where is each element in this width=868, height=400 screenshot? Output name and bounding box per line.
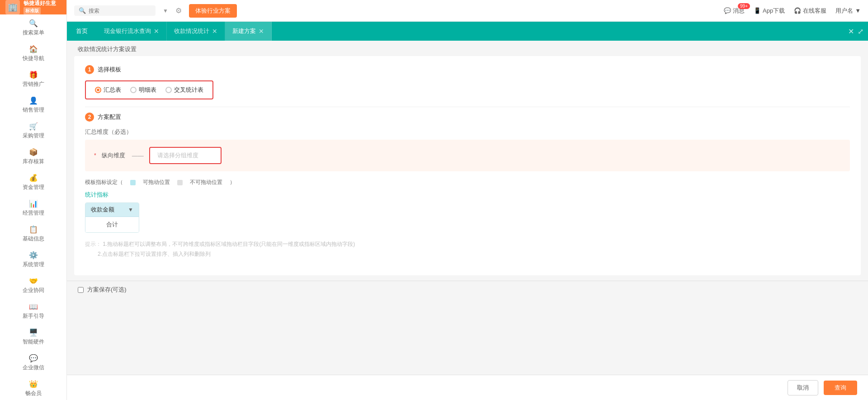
step1-section: 1 选择模板 汇总表 明细表 xyxy=(85,65,850,99)
logo-text: 畅捷通好生意 xyxy=(24,0,56,6)
tab-bank-flow[interactable]: 现金银行流水查询 ✕ xyxy=(97,22,167,41)
sidebar-item-label: 企业协同 xyxy=(23,287,44,294)
user-name: 用户名 xyxy=(835,7,853,15)
sidebar-item-marketing[interactable]: 🎁 营销推广 xyxy=(0,66,66,92)
expand-icon[interactable]: ⤢ xyxy=(858,27,863,36)
tab-home-label: 首页 xyxy=(76,27,88,35)
dim-arrow: —— xyxy=(132,152,144,159)
tab-home[interactable]: 首页 xyxy=(67,22,97,41)
tab-new-plan-label: 新建方案 xyxy=(232,27,256,35)
sidebar-item-cooperation[interactable]: 🤝 企业协同 xyxy=(0,272,66,298)
fixed-legend-dot xyxy=(177,180,183,185)
nav-tabs: 首页 现金银行流水查询 ✕ 收款情况统计 ✕ 新建方案 ✕ ✕ ⤢ xyxy=(67,22,868,41)
sidebar-item-label: 新手引导 xyxy=(23,312,44,320)
metrics-cell: 合计 xyxy=(85,217,139,232)
message-icon: 💬 xyxy=(724,7,731,14)
sidebar-item-label: 畅会员 xyxy=(25,390,42,397)
download-label: App下载 xyxy=(763,7,785,15)
sidebar-item-search-menu[interactable]: 🔍 搜索菜单 xyxy=(0,14,66,40)
cooperation-icon: 🤝 xyxy=(29,277,38,285)
sidebar-item-purchase[interactable]: 🛒 采购管理 xyxy=(0,118,66,143)
draggable-legend-dot xyxy=(130,180,136,185)
download-icon: 📱 xyxy=(754,7,761,14)
message-item[interactable]: 💬 消息 99+ xyxy=(724,7,745,15)
dimension-area: * 纵向维度 —— 请选择分组维度 xyxy=(85,140,850,171)
sidebar-item-label: 采购管理 xyxy=(23,132,44,140)
user-caret-icon: ▼ xyxy=(855,7,861,14)
sidebar-item-label: 搜索菜单 xyxy=(23,29,44,37)
sidebar-item-member[interactable]: 👑 畅会员 xyxy=(0,375,66,400)
sidebar-logo: 🏢 畅捷通好生意 标准版 xyxy=(0,0,66,14)
sidebar-item-label: 基础信息 xyxy=(23,235,44,243)
message-badge: 99+ xyxy=(738,3,750,9)
metrics-settings-label: 模板指标设定（ xyxy=(85,179,123,186)
sidebar-item-label: 快捷导航 xyxy=(23,55,44,62)
purchase-icon: 🛒 xyxy=(29,122,38,131)
template-select-box: 汇总表 明细表 交叉统计表 xyxy=(85,80,213,99)
dim-label: 纵向维度 xyxy=(102,151,127,160)
service-icon: 🎧 xyxy=(794,7,801,14)
search-icon: 🔍 xyxy=(79,7,86,14)
settings-card: 1 选择模板 汇总表 明细表 xyxy=(74,56,861,275)
search-input[interactable] xyxy=(89,8,143,14)
step1-header: 1 选择模板 xyxy=(85,65,850,74)
sidebar-item-wechat[interactable]: 💬 企业微信 xyxy=(0,349,66,375)
dim-input-box[interactable]: 请选择分组维度 xyxy=(149,147,222,164)
radio-cross[interactable]: 交叉统计表 xyxy=(165,86,203,94)
page-title: 收款情况统计方案设置 xyxy=(78,46,137,52)
trial-btn[interactable]: 体验行业方案 xyxy=(189,4,237,18)
step2-num: 2 xyxy=(85,113,94,122)
user-name-item[interactable]: 用户名 ▼ xyxy=(835,7,861,15)
cancel-button[interactable]: 取消 xyxy=(788,380,818,395)
gift-icon: 🎁 xyxy=(29,71,38,79)
service-label: 在线客服 xyxy=(803,7,826,15)
home-icon: 🏠 xyxy=(29,45,38,53)
gear-icon[interactable]: ⚙ xyxy=(175,6,182,15)
tab-new-plan[interactable]: 新建方案 ✕ xyxy=(225,22,272,41)
radio-summary-circle xyxy=(95,87,101,93)
sidebar-item-finance[interactable]: 💰 资金管理 xyxy=(0,169,66,195)
close-window-icon[interactable]: ✕ xyxy=(848,27,854,36)
metrics-header-label: 收款金额 xyxy=(91,206,114,214)
service-item[interactable]: 🎧 在线客服 xyxy=(794,7,826,15)
tab-receipt-stats[interactable]: 收款情况统计 ✕ xyxy=(167,22,225,41)
sidebar-item-label: 库存核算 xyxy=(23,158,44,165)
radio-detail[interactable]: 明细表 xyxy=(130,86,156,94)
sidebar-item-operations[interactable]: 📊 经营管理 xyxy=(0,195,66,221)
search-caret-icon[interactable]: ▼ xyxy=(163,8,168,14)
sidebar-item-quick-nav[interactable]: 🏠 快捷导航 xyxy=(0,40,66,66)
basic-icon: 📋 xyxy=(29,225,38,234)
inventory-icon: 📦 xyxy=(29,148,38,156)
query-button[interactable]: 查询 xyxy=(824,381,857,395)
fixed-legend-label: 不可拖动位置 xyxy=(190,179,222,186)
divider1 xyxy=(85,107,850,107)
dimension-label: 汇总维度（必选） xyxy=(85,128,850,136)
page-content: 收款情况统计方案设置 1 选择模板 汇总表 xyxy=(67,41,868,375)
sidebar-item-basic-info[interactable]: 📋 基础信息 xyxy=(0,221,66,246)
search-box[interactable]: 🔍 xyxy=(74,5,156,16)
sidebar-item-sales[interactable]: 👤 销售管理 xyxy=(0,92,66,118)
radio-summary-label: 汇总表 xyxy=(104,86,121,94)
radio-detail-circle xyxy=(130,87,137,93)
download-item[interactable]: 📱 App下载 xyxy=(754,7,785,15)
legend-close: ） xyxy=(230,179,235,186)
tab-new-plan-close[interactable]: ✕ xyxy=(259,28,264,34)
metrics-header[interactable]: 收款金额 ▼ xyxy=(85,203,139,217)
save-checkbox[interactable] xyxy=(78,287,84,293)
metrics-legend: 模板指标设定（ 可拖动位置 不可拖动位置 ） xyxy=(85,179,850,186)
radio-summary[interactable]: 汇总表 xyxy=(95,86,121,94)
metrics-caret-icon[interactable]: ▼ xyxy=(128,207,133,213)
metrics-section: 模板指标设定（ 可拖动位置 不可拖动位置 ） 统计指标 收款金额 ▼ 合计 xyxy=(85,179,850,234)
step1-num: 1 xyxy=(85,65,94,74)
dim-placeholder: 请选择分组维度 xyxy=(157,152,198,159)
sidebar-item-label: 系统管理 xyxy=(23,261,44,268)
sidebar-item-hardware[interactable]: 🖥️ 智能硬件 xyxy=(0,324,66,349)
sidebar-item-inventory[interactable]: 📦 库存核算 xyxy=(0,143,66,169)
top-header: 🔍 ▼ ⚙ 体验行业方案 💬 消息 99+ 📱 App下载 🎧 在线客服 用户名… xyxy=(67,0,868,22)
guide-icon: 📖 xyxy=(29,302,38,311)
sidebar-item-system[interactable]: ⚙️ 系统管理 xyxy=(0,246,66,272)
tips-section: 提示： 1.拖动标题栏可以调整布局，不可跨维度或指标区域拖动栏目字段(只能在同一… xyxy=(85,240,850,259)
tab-bank-flow-close[interactable]: ✕ xyxy=(154,28,159,34)
sidebar-item-guide[interactable]: 📖 新手引导 xyxy=(0,298,66,324)
tab-receipt-stats-close[interactable]: ✕ xyxy=(212,28,217,34)
